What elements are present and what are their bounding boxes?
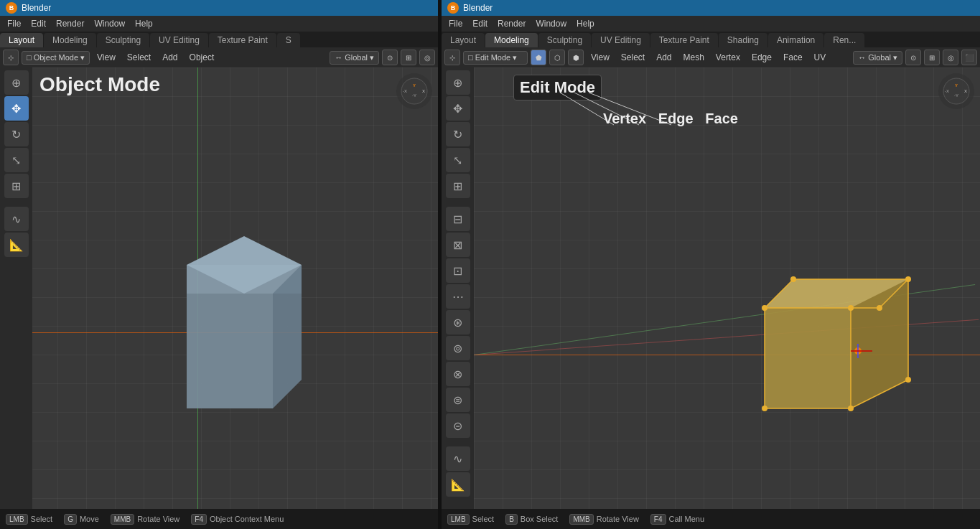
ws-tab-s-left[interactable]: S bbox=[277, 33, 300, 47]
spin-tool-right[interactable]: ⊜ bbox=[446, 388, 470, 412]
status-rotate-view-left: MMB Rotate View bbox=[111, 514, 179, 525]
offset-loop-tool-right[interactable]: ⊛ bbox=[446, 310, 470, 334]
move-tool[interactable]: ✥ bbox=[4, 96, 29, 121]
header-view-right[interactable]: View bbox=[587, 51, 614, 64]
annotate-tool-right[interactable]: ∿ bbox=[446, 446, 470, 471]
nav-icon-right[interactable]: ⊹ bbox=[444, 50, 460, 65]
snapping-btn-left[interactable]: ⊞ bbox=[401, 50, 416, 65]
ws-tab-layout[interactable]: Layout bbox=[0, 33, 43, 47]
menu-window-left[interactable]: Window bbox=[90, 17, 129, 30]
key-lmb-left: LMB bbox=[6, 514, 28, 525]
menu-bar-right: File Edit Render Window Help bbox=[442, 16, 980, 32]
pivot-btn-right[interactable]: ⊙ bbox=[905, 50, 921, 65]
ws-tab-animation-right[interactable]: Animation bbox=[768, 33, 823, 47]
right-left-toolbar: ⊕ ✥ ↻ ⤡ ⊞ ⊟ ⊠ ⊡ ⋯ ⊛ ⊚ ⊗ ⊜ ⊝ ∿ 📐 bbox=[442, 67, 474, 509]
header-uv-right[interactable]: UV bbox=[810, 51, 831, 64]
ws-tab-sculpting-left[interactable]: Sculpting bbox=[97, 33, 149, 47]
mode-dropdown-right: ▾ bbox=[513, 53, 517, 62]
menu-file-right[interactable]: File bbox=[444, 17, 467, 30]
rotate-tool[interactable]: ↻ bbox=[4, 122, 29, 146]
menu-render-left[interactable]: Render bbox=[52, 17, 88, 30]
header-add-left[interactable]: Add bbox=[158, 51, 182, 64]
blender-logo-left: B bbox=[6, 2, 17, 14]
smooth-tool-right[interactable]: ⊝ bbox=[446, 413, 470, 438]
header-select-left[interactable]: Select bbox=[123, 51, 155, 64]
bevel-tool-right[interactable]: ⊡ bbox=[446, 258, 470, 283]
scale-tool[interactable]: ⤡ bbox=[4, 148, 29, 172]
label-rotate-view-right: Rotate View bbox=[597, 515, 639, 523]
measure-tool-left[interactable]: 📐 bbox=[4, 233, 29, 257]
snapping-btn-right[interactable]: ⊞ bbox=[924, 50, 940, 65]
cursor-tool[interactable]: ⊕ bbox=[4, 70, 29, 95]
annotate-tool-left[interactable]: ∿ bbox=[4, 207, 29, 231]
nav-icon-left[interactable]: ⊹ bbox=[3, 50, 19, 65]
menu-edit-right[interactable]: Edit bbox=[468, 17, 492, 30]
loop-cut-tool-right[interactable]: ⋯ bbox=[446, 284, 470, 309]
key-f4-right: F4 bbox=[650, 514, 666, 525]
knife-tool-right[interactable]: ⊚ bbox=[446, 336, 470, 360]
move-tool-right[interactable]: ✥ bbox=[446, 96, 470, 121]
poly-build-tool-right[interactable]: ⊗ bbox=[446, 362, 470, 386]
status-bar-left: LMB Select G Move MMB Rotate View F4 Obj… bbox=[0, 509, 438, 529]
nav-widget-right[interactable]: Y -Y -X X bbox=[938, 73, 974, 109]
header-view-left[interactable]: View bbox=[93, 51, 120, 64]
key-b-right: B bbox=[505, 514, 518, 525]
proportional-btn-right[interactable]: ◎ bbox=[943, 50, 958, 65]
header-add-right[interactable]: Add bbox=[652, 51, 676, 64]
global-text-right: Global bbox=[868, 53, 891, 62]
mode-selector-right[interactable]: □ Edit Mode ▾ bbox=[463, 51, 528, 65]
scale-tool-right[interactable]: ⤡ bbox=[446, 148, 470, 172]
header-face-right[interactable]: Face bbox=[779, 51, 807, 64]
viewport-right[interactable]: Edit Mode Vertex Edge Face Y -Y -X X bbox=[474, 67, 980, 509]
ws-tab-modeling-right[interactable]: Modeling bbox=[485, 33, 538, 47]
transform-global-right[interactable]: ↔ Global ▾ bbox=[853, 51, 902, 65]
transform-global-left[interactable]: ↔ Global ▾ bbox=[330, 51, 379, 65]
viewport-left[interactable]: Object Mode Y -Y -X X bbox=[0, 67, 438, 509]
svg-text:Y: Y bbox=[955, 83, 958, 88]
extrude-tool-right[interactable]: ⊟ bbox=[446, 207, 470, 231]
ws-tab-shading-right[interactable]: Shading bbox=[719, 33, 767, 47]
status-context-left: F4 Object Context Menu bbox=[191, 514, 284, 525]
proportional-btn-left[interactable]: ◎ bbox=[419, 50, 435, 65]
header-mesh-right[interactable]: Mesh bbox=[679, 51, 709, 64]
ws-tab-layout-right[interactable]: Layout bbox=[442, 33, 485, 47]
cursor-tool-right[interactable]: ⊕ bbox=[446, 70, 470, 95]
status-call-menu-right: F4 Call Menu bbox=[650, 514, 704, 525]
header-vertex-right[interactable]: Vertex bbox=[711, 51, 745, 64]
viewport-splitter[interactable] bbox=[438, 0, 442, 529]
transform-tool[interactable]: ⊞ bbox=[4, 174, 29, 198]
ws-tab-sculpting-right[interactable]: Sculpting bbox=[538, 33, 591, 47]
inset-tool-right[interactable]: ⊠ bbox=[446, 233, 470, 257]
label-rotate-view-left: Rotate View bbox=[137, 515, 179, 523]
mode-selector-left[interactable]: □ Object Mode ▾ bbox=[22, 51, 90, 65]
menu-window-right[interactable]: Window bbox=[531, 17, 571, 30]
face-select-btn[interactable]: ⬢ bbox=[568, 50, 584, 65]
menu-file-left[interactable]: File bbox=[3, 17, 25, 30]
menu-help-left[interactable]: Help bbox=[131, 17, 157, 30]
ws-tab-texture-paint-right[interactable]: Texture Paint bbox=[650, 33, 718, 47]
menu-help-right[interactable]: Help bbox=[572, 17, 599, 30]
ws-tab-uv-editing-right[interactable]: UV Editing bbox=[592, 33, 650, 47]
svg-point-22 bbox=[877, 305, 882, 311]
rotate-tool-right[interactable]: ↻ bbox=[446, 122, 470, 146]
pivot-btn-left[interactable]: ⊙ bbox=[382, 50, 398, 65]
menu-render-right[interactable]: Render bbox=[493, 17, 530, 30]
header-object-left[interactable]: Object bbox=[185, 51, 219, 64]
ws-tab-texture-paint-left[interactable]: Texture Paint bbox=[209, 33, 276, 47]
ws-tab-ren-right[interactable]: Ren... bbox=[824, 33, 864, 47]
header-select-right[interactable]: Select bbox=[617, 51, 649, 64]
nav-widget-left[interactable]: Y -Y -X X bbox=[396, 73, 432, 109]
window-title-left: Blender bbox=[22, 3, 51, 13]
ws-tab-modeling-left[interactable]: Modeling bbox=[44, 33, 96, 47]
xray-btn-right[interactable]: ⬛ bbox=[961, 50, 977, 65]
blender-logo-right: B bbox=[447, 2, 459, 14]
svg-text:-Y: -Y bbox=[954, 93, 958, 98]
edge-select-btn[interactable]: ⬡ bbox=[549, 50, 565, 65]
measure-tool-right[interactable]: 📐 bbox=[446, 472, 470, 497]
ws-tab-uv-editing-left[interactable]: UV Editing bbox=[150, 33, 208, 47]
title-bar-left: B Blender bbox=[0, 0, 438, 16]
menu-edit-left[interactable]: Edit bbox=[27, 17, 50, 30]
transform-tool-right[interactable]: ⊞ bbox=[446, 174, 470, 198]
header-edge-right[interactable]: Edge bbox=[747, 51, 776, 64]
vertex-select-btn[interactable]: ⬟ bbox=[531, 50, 546, 65]
